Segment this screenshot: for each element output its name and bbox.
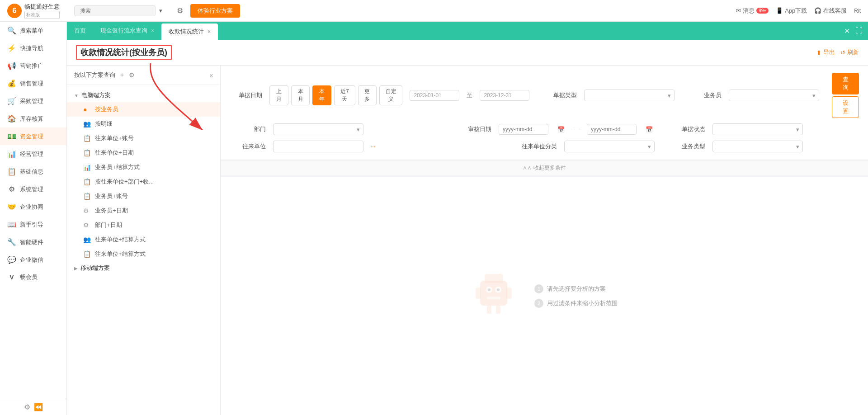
salesman-label: 业务员 <box>689 91 722 99</box>
sidebar-item-hardware[interactable]: 🔧 智能硬件 <box>0 233 66 251</box>
tree-group-label: 电脑端方案 <box>81 91 111 99</box>
refresh-button[interactable]: ↺ 刷新 <box>840 48 859 57</box>
date-btn-this-year[interactable]: 本年 <box>312 85 331 105</box>
sidebar-item-management[interactable]: 📊 经营管理 <box>0 145 66 163</box>
header-dropdown-arrow[interactable]: ▾ <box>159 7 162 14</box>
scheme-item-partner-dept[interactable]: 📋 按往来单位+部门+收... <box>67 174 220 189</box>
add-scheme-icon[interactable]: ＋ <box>119 71 125 79</box>
scheme-item-salesman-date[interactable]: ⚙ 业务员+日期 <box>67 203 220 218</box>
user-avatar[interactable]: Rit <box>854 8 861 14</box>
collapse-bar[interactable]: ∧∧ 收起更多条件 <box>221 160 868 175</box>
sidebar-item-label: 销售管理 <box>20 80 43 88</box>
sidebar-item-label: 畅会员 <box>20 273 38 281</box>
sidebar-item-quick-nav[interactable]: ⚡ 快捷导航 <box>0 39 66 57</box>
export-button[interactable]: ⬆ 导出 <box>816 48 835 57</box>
scheme-icon-partner-date: 📋 <box>83 149 91 156</box>
tab-close-all-icon[interactable]: ✕ <box>844 27 850 35</box>
sidebar-item-purchase[interactable]: 🛒 采购管理 <box>0 92 66 110</box>
biz-type-select[interactable] <box>712 141 803 152</box>
sidebar-item-label: 库存核算 <box>20 115 43 123</box>
app-download-button[interactable]: 📱 App下载 <box>776 7 807 15</box>
logo-tag: 标准版 <box>24 11 60 19</box>
online-service-button[interactable]: 🎧 在线客服 <box>814 7 847 15</box>
tab-collection-stats-close[interactable]: × <box>208 28 211 35</box>
top-header: 6 畅捷通好生意 标准版 ▾ ⚙ 体验行业方案 ✉ 消息 99+ 📱 App下载… <box>0 0 868 22</box>
date-to-input[interactable]: 2023-12-31 <box>480 90 529 101</box>
scheme-item-dept-date[interactable]: ⚙ 部门+日期 <box>67 218 220 232</box>
collapse-panel-icon[interactable]: « <box>209 71 213 79</box>
scheme-icon-salesman-method: 📊 <box>83 164 91 171</box>
sidebar-item-inventory[interactable]: 🏠 库存核算 <box>0 110 66 127</box>
audit-to-input[interactable] <box>587 124 637 135</box>
messages-button[interactable]: ✉ 消息 99+ <box>736 7 769 15</box>
scheme-icon-salesman: ● <box>83 106 91 113</box>
scheme-item-partner-account[interactable]: 📋 往来单位+账号 <box>67 131 220 146</box>
scheme-label-salesman-method: 业务员+结算方式 <box>95 163 140 171</box>
date-btn-this-month[interactable]: 本月 <box>291 85 310 105</box>
collapse-sidebar-icon[interactable]: ⏪ <box>34 403 43 411</box>
manage-scheme-icon[interactable]: ⚙ <box>129 71 135 79</box>
sidebar-item-enterprise[interactable]: 🤝 企业协同 <box>0 198 66 216</box>
main-content: 收款情况统计(按业务员) ⬆ 导出 ↺ 刷新 按以下方案查询 ＋ ⚙ « <box>67 40 868 415</box>
sales-icon: 💰 <box>7 79 16 88</box>
settings-icon[interactable]: ⚙ <box>177 6 183 15</box>
doc-status-select[interactable] <box>712 123 803 135</box>
home-tab-label: 首页 <box>74 27 86 35</box>
partner-input[interactable] <box>273 141 363 152</box>
partner-category-select[interactable] <box>564 141 655 152</box>
scheme-label-partner-settle2: 往来单位+结算方式 <box>95 250 146 258</box>
scheme-item-salesman-method[interactable]: 📊 业务员+结算方式 <box>67 160 220 174</box>
salesman-input[interactable] <box>729 90 819 101</box>
trial-button[interactable]: 体验行业方案 <box>190 4 240 18</box>
tab-fullscreen-icon[interactable]: ⛶ <box>855 27 863 35</box>
dept-select[interactable] <box>273 123 363 135</box>
tab-bank-flow[interactable]: 现金银行流水查询 × <box>93 22 161 40</box>
svg-point-4 <box>488 288 491 291</box>
header-search-input[interactable] <box>74 5 156 16</box>
marketing-icon: 📢 <box>7 61 16 70</box>
tab-bank-flow-close[interactable]: × <box>151 28 154 34</box>
scheme-item-detail[interactable]: 👥 按明细 <box>67 117 220 131</box>
scheme-item-salesman[interactable]: ● 按业务员 <box>67 102 220 117</box>
date-btn-7days[interactable]: 近7天 <box>334 85 355 105</box>
audit-from-input[interactable] <box>499 124 548 135</box>
bank-flow-tab-label: 现金银行流水查询 <box>100 27 147 35</box>
sidebar-item-marketing[interactable]: 📢 营销推广 <box>0 57 66 75</box>
sidebar-item-sales[interactable]: 💰 销售管理 <box>0 75 66 92</box>
tree-group-mobile[interactable]: ▶ 移动端方案 <box>67 261 220 275</box>
sidebar-item-search[interactable]: 🔍 搜索菜单 <box>0 22 66 39</box>
tab-home[interactable]: 首页 <box>67 22 93 40</box>
settings-bottom-icon[interactable]: ⚙ <box>24 403 30 411</box>
date-btn-custom[interactable]: 自定义 <box>379 85 402 105</box>
scheme-icon-salesman-account: 📋 <box>83 193 91 200</box>
partner-more-button[interactable]: ··· <box>371 143 375 150</box>
scheme-item-salesman-account[interactable]: 📋 业务员+账号 <box>67 189 220 203</box>
date-btn-more[interactable]: 更多 <box>358 85 377 105</box>
svg-rect-9 <box>487 306 491 314</box>
tree-group-desktop[interactable]: ▼ 电脑端方案 <box>67 89 220 102</box>
scheme-item-partner-settle1[interactable]: 👥 往来单位+结算方式 <box>67 232 220 247</box>
date-from-input[interactable]: 2023-01-01 <box>410 90 459 101</box>
sidebar-item-finance[interactable]: 💵 资金管理 <box>0 127 66 145</box>
scheme-item-partner-date[interactable]: 📋 往来单位+日期 <box>67 146 220 160</box>
filter-row-2: 部门 审核日期 📅 — 📅 单据状态 <box>230 123 859 135</box>
query-button[interactable]: 查询 <box>832 73 859 94</box>
sidebar-item-wechat[interactable]: 💬 企业微信 <box>0 251 66 269</box>
scheme-item-partner-settle2[interactable]: 📋 往来单位+结算方式 <box>67 247 220 261</box>
sidebar-item-member[interactable]: V 畅会员 <box>0 269 66 286</box>
sidebar-item-guide[interactable]: 📖 新手引导 <box>0 216 66 233</box>
wechat-icon: 💬 <box>7 255 16 264</box>
date-btn-last-month[interactable]: 上月 <box>269 85 288 105</box>
management-icon: 📊 <box>7 150 16 158</box>
settings-button[interactable]: 设置 <box>832 96 859 118</box>
type-select[interactable] <box>584 90 675 101</box>
collapse-label: 收起更多条件 <box>533 165 566 171</box>
collection-stats-tab-label: 收款情况统计 <box>169 28 204 36</box>
scheme-icon-partner-settle2: 📋 <box>83 250 91 258</box>
tab-bar: 首页 现金银行流水查询 × 收款情况统计 × ✕ ⛶ <box>67 22 868 40</box>
sidebar-item-basic-info[interactable]: 📋 基础信息 <box>0 163 66 180</box>
basic-info-icon: 📋 <box>7 167 16 176</box>
sidebar-item-label: 基础信息 <box>20 168 43 176</box>
tab-collection-stats[interactable]: 收款情况统计 × <box>161 24 218 40</box>
sidebar-item-system[interactable]: ⚙ 系统管理 <box>0 180 66 198</box>
